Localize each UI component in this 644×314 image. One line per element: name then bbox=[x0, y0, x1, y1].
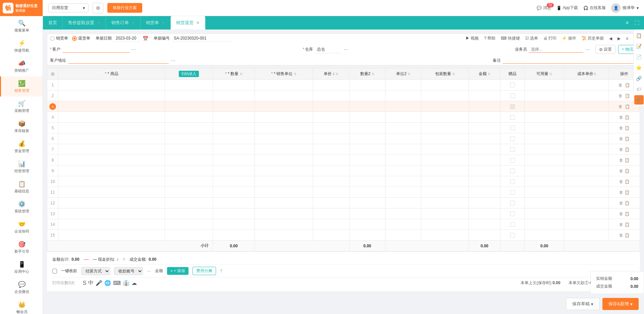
staff-input[interactable] bbox=[529, 46, 583, 53]
sort-icon[interactable]: ⇅ bbox=[549, 72, 552, 76]
staff-select-btn[interactable]: ··· bbox=[585, 47, 590, 53]
copy-btn[interactable]: 📋 bbox=[625, 158, 630, 163]
copy-btn[interactable]: 📋 bbox=[625, 201, 630, 205]
gift-cell[interactable] bbox=[500, 80, 525, 90]
tab-sales-return[interactable]: 销货退货 ✕ bbox=[171, 16, 205, 29]
delete-btn[interactable]: 🗑 bbox=[619, 115, 623, 120]
sort-icon[interactable]: ⇅ bbox=[294, 72, 297, 76]
tab-close-icon[interactable]: ✕ bbox=[162, 20, 165, 25]
tab-close-icon[interactable]: ✕ bbox=[97, 20, 100, 25]
price-cell[interactable] bbox=[313, 80, 349, 90]
tool6-icon[interactable]: ☁ bbox=[131, 280, 137, 286]
account-select[interactable]: 收款账号 bbox=[114, 267, 143, 275]
sidebar-item-sales[interactable]: 💹 销售管理 bbox=[0, 76, 43, 97]
sidebar-item-marketing[interactable]: 📣 营销推广 bbox=[0, 56, 43, 76]
delete-btn[interactable]: 🗑 bbox=[619, 169, 623, 173]
user-menu[interactable]: 👤 徐泽华 ▾ bbox=[611, 3, 639, 13]
delete-btn[interactable]: 🗑 bbox=[619, 93, 623, 98]
copy-btn[interactable]: 📋 bbox=[625, 222, 630, 227]
qty2-cell[interactable] bbox=[349, 80, 385, 90]
tab-home[interactable]: 首页 bbox=[43, 16, 63, 29]
qty-cell[interactable] bbox=[213, 80, 255, 90]
delete-btn[interactable]: 🗑 bbox=[619, 179, 623, 184]
copy-btn[interactable]: 📋 bbox=[625, 179, 630, 184]
sort-icon[interactable]: ⇅ bbox=[452, 72, 455, 76]
sidebar-item-system[interactable]: ⚙️ 系统管理 bbox=[0, 197, 43, 217]
copy-btn[interactable]: 📋 bbox=[625, 233, 630, 238]
qty-cell[interactable] bbox=[213, 101, 255, 112]
amount-cell[interactable] bbox=[469, 80, 500, 90]
delete-btn[interactable]: 🗑 bbox=[619, 136, 623, 141]
one-click-checkbox[interactable] bbox=[52, 269, 57, 273]
gift-checkbox[interactable] bbox=[510, 211, 515, 216]
delete-btn[interactable]: 🗑 bbox=[619, 147, 623, 152]
delete-btn[interactable]: 🗑 bbox=[619, 233, 623, 238]
gift-checkbox[interactable] bbox=[510, 104, 515, 109]
copy-btn[interactable]: 📋 bbox=[625, 211, 630, 216]
delete-btn[interactable]: 🗑 bbox=[619, 211, 623, 216]
qty2-cell[interactable] bbox=[349, 101, 385, 112]
gift-checkbox[interactable] bbox=[510, 190, 515, 195]
calendar-icon[interactable]: 📅 bbox=[143, 36, 148, 41]
gift-checkbox[interactable] bbox=[510, 201, 515, 205]
right-icon-2[interactable]: 📝 bbox=[634, 42, 644, 51]
sidebar-item-inventory[interactable]: 📦 库存核算 bbox=[0, 117, 43, 137]
delete-btn[interactable]: 🗑 bbox=[619, 201, 623, 205]
sort-icon[interactable]: ⇅ bbox=[335, 72, 338, 76]
sidebar-item-quicknav[interactable]: ⚡ 快捷导航 bbox=[0, 36, 43, 56]
close-tab-btn[interactable]: ✕ bbox=[623, 19, 631, 26]
add-row-btn[interactable]: + bbox=[49, 103, 56, 110]
copy-btn[interactable]: 📋 bbox=[625, 104, 630, 109]
sidebar-item-guide[interactable]: 🎯 新手引导 bbox=[0, 237, 43, 257]
unit-cell[interactable] bbox=[255, 101, 313, 112]
tool5-icon[interactable]: 👔 bbox=[123, 280, 129, 286]
sort-icon[interactable]: ⇅ bbox=[488, 72, 490, 76]
gift-checkbox[interactable] bbox=[510, 93, 515, 98]
product-input[interactable] bbox=[58, 103, 165, 110]
print-btn[interactable]: 🖨 打印 bbox=[543, 36, 556, 41]
history-btn[interactable]: 📜 历史单据 bbox=[582, 36, 604, 41]
sort-icon[interactable]: ⇅ bbox=[240, 72, 243, 76]
sidebar-item-wechat[interactable]: 💬 企业微信 bbox=[0, 277, 43, 298]
copy-btn[interactable]: 📋 bbox=[625, 83, 630, 87]
tool2-icon[interactable]: 🎤 bbox=[96, 280, 102, 286]
tool1-icon[interactable]: 中 bbox=[88, 279, 94, 287]
radio-sale[interactable]: 销货单 bbox=[50, 36, 68, 41]
qty-cell[interactable] bbox=[213, 90, 255, 101]
save-new-btn[interactable]: 保存&新增 ▾ bbox=[602, 298, 639, 310]
sidebar-item-finance[interactable]: 💰 资金管理 bbox=[0, 137, 43, 157]
price-cell[interactable] bbox=[313, 101, 349, 112]
delete-btn[interactable]: 🗑 bbox=[619, 104, 623, 109]
pack-cell[interactable] bbox=[421, 101, 469, 112]
select-btn[interactable]: ☑ 选单 bbox=[525, 36, 538, 41]
unit-cell[interactable] bbox=[255, 80, 313, 90]
unit2-cell[interactable] bbox=[385, 101, 421, 112]
help-btn[interactable]: ? 帮助 bbox=[484, 36, 495, 41]
operate-btn[interactable]: ⚡ 操作 bbox=[562, 36, 576, 41]
copy-btn[interactable]: 📋 bbox=[625, 169, 630, 173]
unit-cell[interactable] bbox=[255, 90, 313, 101]
gift-checkbox[interactable] bbox=[510, 147, 515, 152]
copy-btn[interactable]: 📋 bbox=[625, 190, 630, 195]
copy-btn[interactable]: 📋 bbox=[625, 115, 630, 120]
tool4-icon[interactable]: ⌨ bbox=[113, 280, 121, 286]
delete-btn[interactable]: 🗑 bbox=[619, 222, 623, 227]
tab-close-icon[interactable]: ✕ bbox=[196, 20, 200, 25]
gift-checkbox[interactable] bbox=[510, 169, 515, 173]
right-icon-6[interactable]: 🏷 bbox=[634, 84, 644, 94]
tab-sales-order[interactable]: 销售订单 ✕ bbox=[106, 16, 141, 29]
col-gear[interactable]: ⚙ bbox=[47, 68, 58, 80]
delete-btn[interactable]: 🗑 bbox=[619, 190, 623, 195]
right-icon-5[interactable]: 🔗 bbox=[634, 74, 644, 83]
customer-select-btn[interactable]: ··· bbox=[131, 47, 136, 53]
shortcut-btn[interactable]: ⌨ 快捷键 bbox=[501, 36, 520, 41]
account-select-btn[interactable]: ··· bbox=[147, 268, 151, 274]
sidebar-item-operations[interactable]: 📊 经营管理 bbox=[0, 157, 43, 177]
sidebar-item-basic[interactable]: 📋 基础信息 bbox=[0, 177, 43, 197]
save-draft-btn[interactable]: 保存草稿 ▾ bbox=[566, 298, 600, 310]
product-cell[interactable] bbox=[58, 90, 165, 101]
scan-btn[interactable]: 扫码录入 bbox=[179, 71, 199, 77]
gift-checkbox[interactable] bbox=[510, 222, 515, 227]
remark-input[interactable] bbox=[503, 57, 637, 64]
online-service-btn[interactable]: 🎧 在线客服 bbox=[583, 5, 606, 11]
